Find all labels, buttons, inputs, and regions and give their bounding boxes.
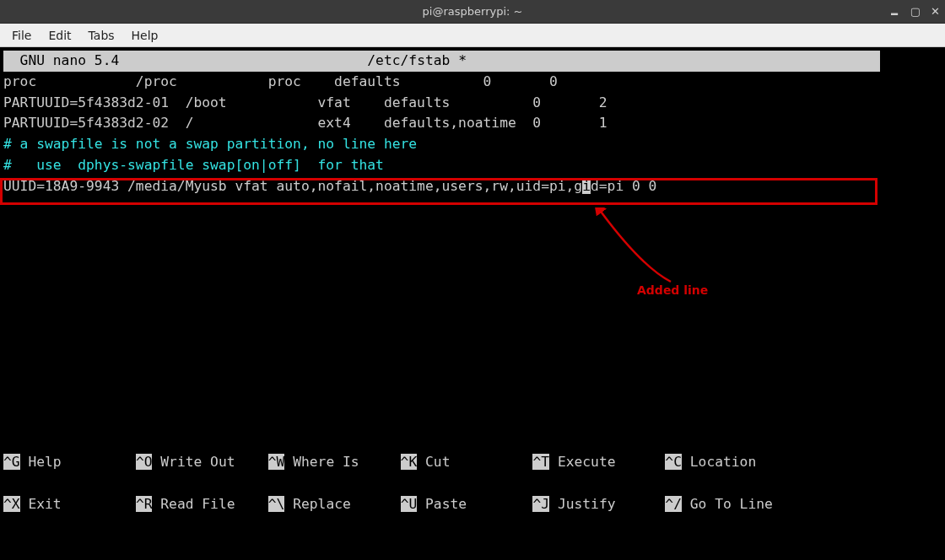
shortcut-execute-text: Execute <box>558 454 616 470</box>
sp13 <box>359 454 401 470</box>
sp23a <box>284 496 293 512</box>
sp11 <box>62 454 136 470</box>
shortcut-readfile-key[interactable]: ^R <box>136 496 153 512</box>
nano-header-row: GNU nano 5.4 /etc/fstab * <box>3 51 942 72</box>
sp14 <box>450 454 532 470</box>
nano-footer: ^G Help ^O Write Out ^W Where Is ^K Cut … <box>3 431 942 557</box>
nano-header-filename: /etc/fstab * <box>367 51 467 72</box>
maximize-icon[interactable]: ▢ <box>910 5 921 18</box>
nano-header-spacer2 <box>467 51 880 72</box>
shortcut-cut-key[interactable]: ^K <box>401 454 418 470</box>
shortcut-replace-key[interactable]: ^\ <box>268 496 285 512</box>
menu-file[interactable]: File <box>5 27 38 44</box>
shortcut-whereis-text: Where Is <box>293 454 359 470</box>
shortcut-whereis-key[interactable]: ^W <box>268 454 285 470</box>
sp12 <box>235 454 268 470</box>
menu-help[interactable]: Help <box>125 27 165 44</box>
sp25a <box>549 496 558 512</box>
sp24a <box>417 496 425 512</box>
shortcut-help-key[interactable]: ^G <box>3 454 20 470</box>
shortcut-exit-key[interactable]: ^X <box>3 496 20 512</box>
shortcut-help-label <box>20 454 29 470</box>
editor-cursor: i <box>582 178 591 194</box>
annotation-arrow-icon <box>591 207 683 283</box>
shortcut-paste-key[interactable]: ^U <box>401 496 418 512</box>
menu-tabs[interactable]: Tabs <box>82 27 122 44</box>
window-title: pi@raspberrypi: ~ <box>423 5 523 18</box>
shortcut-location-text: Location <box>690 454 756 470</box>
shortcut-writeout-text: Write Out <box>160 454 235 470</box>
shortcut-execute-key[interactable]: ^T <box>532 454 549 470</box>
sp22 <box>235 496 268 512</box>
close-icon[interactable]: ✕ <box>931 5 940 18</box>
shortcut-location-key[interactable]: ^C <box>665 454 682 470</box>
terminal[interactable]: GNU nano 5.4 /etc/fstab * proc /proc pro… <box>0 47 945 560</box>
minimize-icon[interactable]: 🗕 <box>889 5 900 18</box>
shortcut-justify-text: Justify <box>558 496 616 512</box>
sp12a <box>152 454 160 470</box>
shortcut-replace-text: Replace <box>293 496 351 512</box>
fstab-comment-2: # use dphys-swapfile swap[on|off] for th… <box>3 155 942 176</box>
sp26a <box>682 496 690 512</box>
nano-header-left: GNU nano 5.4 <box>3 51 119 72</box>
sp14a <box>417 454 425 470</box>
sp24 <box>467 496 532 512</box>
shortcut-help-text: Help <box>28 454 61 470</box>
sp13a <box>284 454 293 470</box>
fstab-line-3: PARTUUID=5f4383d2-02 / ext4 defaults,noa… <box>3 113 942 134</box>
sp16a <box>682 454 690 470</box>
fstab-line-1: proc /proc proc defaults 0 0 <box>3 72 942 93</box>
sp22a <box>152 496 160 512</box>
sp21 <box>62 496 136 512</box>
shortcut-writeout-key[interactable]: ^O <box>136 454 153 470</box>
shortcut-justify-key[interactable]: ^J <box>532 496 549 512</box>
shortcut-gotoline-key[interactable]: ^/ <box>665 496 682 512</box>
window-controls: 🗕 ▢ ✕ <box>889 0 940 23</box>
shortcut-gotoline-text: Go To Line <box>690 496 773 512</box>
menubar: File Edit Tabs Help <box>0 24 945 47</box>
window-titlebar: pi@raspberrypi: ~ 🗕 ▢ ✕ <box>0 0 945 24</box>
shortcut-cut-text: Cut <box>425 454 450 470</box>
sp15 <box>616 454 666 470</box>
sp21a <box>20 496 29 512</box>
sp15a <box>549 454 558 470</box>
nano-header-spacer1 <box>119 51 367 72</box>
shortcut-paste-text: Paste <box>425 496 467 512</box>
nano-shortcut-row-2: ^X Exit ^R Read File ^\ Replace ^U Paste… <box>3 494 942 515</box>
added-line-post: d=pi 0 0 <box>591 178 656 194</box>
nano-shortcut-row-1: ^G Help ^O Write Out ^W Where Is ^K Cut … <box>3 452 942 473</box>
shortcut-readfile-text: Read File <box>160 496 235 512</box>
fstab-line-2: PARTUUID=5f4383d2-01 /boot vfat defaults… <box>3 93 942 114</box>
annotation-label: Added line <box>637 280 708 301</box>
fstab-comment-1: # a swapfile is not a swap partition, no… <box>3 134 942 155</box>
menu-edit[interactable]: Edit <box>41 27 78 44</box>
fstab-added-line: UUID=18A9-9943 /media/Myusb vfat auto,no… <box>3 176 942 197</box>
sp23 <box>351 496 401 512</box>
shortcut-exit-text: Exit <box>28 496 61 512</box>
added-line-pre: UUID=18A9-9943 /media/Myusb vfat auto,no… <box>3 178 582 194</box>
sp25 <box>616 496 666 512</box>
